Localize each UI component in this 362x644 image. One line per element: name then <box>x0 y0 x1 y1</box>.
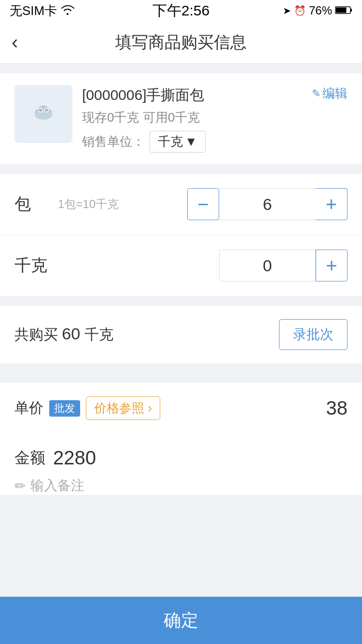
kg-increment-button[interactable]: + <box>316 250 348 281</box>
price-left: 单价 批发 价格参照 › <box>14 396 160 420</box>
edit-button[interactable]: ✎ 编辑 <box>312 85 348 102</box>
kg-controls: + <box>219 250 348 281</box>
svg-point-12 <box>46 109 47 110</box>
page-title: 填写商品购买信息 <box>115 31 247 54</box>
price-label: 单价 <box>14 398 43 418</box>
total-text: 共购买 60 千克 <box>14 324 113 345</box>
product-unit-row: 销售单位： 千克 ▼ <box>82 131 348 153</box>
bao-sublabel: 1包=10千克 <box>58 196 119 212</box>
pencil-icon: ✏ <box>14 478 26 494</box>
separator <box>0 364 362 373</box>
price-value: 38 <box>326 397 348 419</box>
kg-label: 千克 <box>14 254 53 277</box>
kg-input[interactable] <box>219 250 316 281</box>
confirm-button[interactable]: 确定 <box>0 597 362 644</box>
unit-select[interactable]: 千克 ▼ <box>150 131 206 153</box>
chevron-down-icon: ▼ <box>185 134 197 149</box>
battery-icon <box>335 4 352 17</box>
wifi-icon <box>61 3 74 18</box>
product-name: [0000006]手撕面包 <box>82 85 348 105</box>
product-image <box>14 85 72 143</box>
svg-rect-2 <box>336 8 347 13</box>
battery-text: 76% <box>309 4 332 17</box>
bao-decrement-button[interactable]: − <box>187 188 219 220</box>
nav-bar: ‹ 填写商品购买信息 <box>0 21 362 64</box>
product-stock: 现存0千克 可用0千克 <box>82 109 348 126</box>
status-right: ➤ ⏰ 76% <box>283 4 352 17</box>
price-ref-button[interactable]: 价格参照 › <box>86 396 160 420</box>
amount-label: 金额 <box>14 448 45 469</box>
status-carrier: 无SIM卡 <box>10 2 74 19</box>
bao-increment-button[interactable]: + <box>316 188 348 220</box>
carrier-text: 无SIM卡 <box>10 2 57 19</box>
bao-controls: − + <box>187 188 348 220</box>
amount-row: 金额 2280 <box>14 447 348 469</box>
confirm-label: 确定 <box>164 609 198 632</box>
amount-value: 2280 <box>53 447 96 469</box>
quantity-section: 包 1包=10千克 − + 千克 + <box>0 174 362 296</box>
back-button[interactable]: ‹ <box>12 31 18 53</box>
total-quantity: 60 <box>62 324 80 343</box>
product-info: [0000006]手撕面包 现存0千克 可用0千克 销售单位： 千克 ▼ <box>82 85 348 153</box>
status-time: 下午2:56 <box>153 1 209 21</box>
amount-section: 金额 2280 ✏ 输入备注 <box>0 434 362 495</box>
product-card: [0000006]手撕面包 现存0千克 可用0千克 销售单位： 千克 ▼ ✎ 编… <box>0 73 362 164</box>
status-bar: 无SIM卡 下午2:56 ➤ ⏰ 76% <box>0 0 362 21</box>
price-section: 单价 批发 价格参照 › 38 <box>0 383 362 434</box>
location-icon: ➤ <box>283 5 291 16</box>
svg-rect-1 <box>350 9 352 12</box>
note-placeholder: 输入备注 <box>30 476 84 495</box>
batch-button[interactable]: 录批次 <box>279 319 348 350</box>
pifa-tag: 批发 <box>49 400 80 417</box>
kg-row: 千克 + <box>0 235 362 296</box>
note-row[interactable]: ✏ 输入备注 <box>14 476 348 495</box>
svg-point-11 <box>40 109 41 110</box>
edit-icon: ✎ <box>312 87 320 100</box>
alarm-icon: ⏰ <box>294 5 306 16</box>
bao-label: 包 <box>14 193 53 215</box>
unit-label: 销售单位： <box>82 133 145 150</box>
bao-input[interactable] <box>219 188 316 220</box>
bao-row: 包 1包=10千克 − + <box>0 174 362 235</box>
svg-point-6 <box>35 110 52 120</box>
total-section: 共购买 60 千克 录批次 <box>0 306 362 364</box>
